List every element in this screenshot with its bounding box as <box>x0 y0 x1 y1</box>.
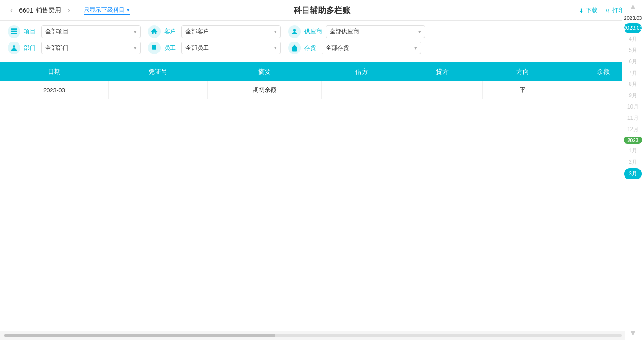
sidebar-item-3-active[interactable]: 3月 <box>624 168 642 179</box>
download-label: 下载 <box>586 6 597 14</box>
account-code-number: 6601 <box>19 7 33 14</box>
customer-icon <box>148 25 161 38</box>
sidebar-item-8[interactable]: 8月 <box>622 79 644 90</box>
inventory-arrow-icon: ▾ <box>414 45 417 51</box>
svg-rect-2 <box>11 33 17 34</box>
sidebar-item-2023-03-top[interactable]: 2023.03 <box>622 14 644 23</box>
filter-department: 部门 全部部门 ▾ <box>8 42 141 54</box>
sidebar-item-2023-03-selected[interactable]: 2023.03 <box>624 23 642 33</box>
scrollbar-thumb <box>4 334 275 337</box>
inventory-value: 全部存货 <box>326 44 349 52</box>
sidebar-item-12[interactable]: 12月 <box>622 124 644 135</box>
employee-label: 员工 <box>164 44 178 52</box>
year-badge-2023: 2023 <box>624 137 642 144</box>
prev-button[interactable]: ‹ <box>8 5 15 15</box>
filter-row-1: 项目 全部项目 ▾ 客户 全部客户 ▾ 供应 <box>8 25 636 38</box>
filter-area: 项目 全部项目 ▾ 客户 全部客户 ▾ 供应 <box>0 21 644 62</box>
department-label: 部门 <box>24 44 38 52</box>
filter-row-2: 部门 全部部门 ▾ 员工 全部员工 ▾ 存货 <box>8 42 636 54</box>
show-sub-label: 只显示下级科目 <box>84 6 125 14</box>
main-window: ‹ 6601 销售费用 › 只显示下级科目 ▾ 科目辅助多栏账 ⬇ 下载 🖨 打… <box>0 0 644 340</box>
sidebar-item-11[interactable]: 11月 <box>622 113 644 124</box>
show-sub-arrow-icon: ▾ <box>127 7 130 14</box>
cell-date: 2023-03 <box>0 81 108 99</box>
sidebar-item-9[interactable]: 9月 <box>622 90 644 101</box>
print-icon: 🖨 <box>605 7 611 14</box>
sidebar-item-10[interactable]: 10月 <box>622 101 644 113</box>
customer-select[interactable]: 全部客户 ▾ <box>181 25 281 38</box>
project-value: 全部项目 <box>45 28 69 36</box>
filter-inventory: 存货 全部存货 ▾ <box>288 42 421 54</box>
project-icon <box>8 25 20 38</box>
inventory-select[interactable]: 全部存货 ▾ <box>322 42 421 54</box>
data-table: 日期 凭证号 摘要 借方 贷方 方向 余额 2023-03 期初余额 <box>0 62 644 99</box>
cell-debit <box>322 81 402 99</box>
col-credit: 贷方 <box>402 62 483 81</box>
supplier-label: 供应商 <box>304 28 322 36</box>
department-arrow-icon: ▾ <box>134 45 137 51</box>
next-button[interactable]: › <box>65 5 72 15</box>
bottom-scrollbar[interactable] <box>0 331 625 340</box>
scrollbar-track <box>4 334 622 337</box>
sidebar-item-5[interactable]: 5月 <box>622 45 644 56</box>
department-select[interactable]: 全部部门 ▾ <box>41 42 141 54</box>
cell-summary: 期初余额 <box>208 81 322 99</box>
download-icon: ⬇ <box>579 7 584 14</box>
col-direction: 方向 <box>483 62 563 81</box>
customer-label: 客户 <box>164 28 178 36</box>
show-sub-button[interactable]: 只显示下级科目 ▾ <box>84 6 130 15</box>
project-label: 项目 <box>24 28 38 36</box>
employee-value: 全部员工 <box>185 44 209 52</box>
account-code-name: 销售费用 <box>36 6 61 14</box>
sidebar-down-arrow[interactable]: ▼ <box>627 326 639 340</box>
supplier-select[interactable]: 全部供应商 ▾ <box>326 25 425 38</box>
table-wrapper: 日期 凭证号 摘要 借方 贷方 方向 余额 2023-03 期初余额 <box>0 62 644 333</box>
supplier-icon <box>288 25 301 38</box>
customer-value: 全部客户 <box>185 28 209 36</box>
sidebar-up-arrow[interactable]: ▲ <box>627 0 639 14</box>
svg-rect-1 <box>11 31 17 32</box>
table-header: 日期 凭证号 摘要 借方 贷方 方向 余额 <box>0 62 644 81</box>
svg-rect-0 <box>11 28 17 30</box>
col-summary: 摘要 <box>208 62 322 81</box>
project-select[interactable]: 全部项目 ▾ <box>41 25 141 38</box>
svg-rect-5 <box>152 45 156 50</box>
sidebar-item-6[interactable]: 6月 <box>622 56 644 67</box>
filter-customer: 客户 全部客户 ▾ <box>148 25 281 38</box>
col-voucher: 凭证号 <box>108 62 208 81</box>
table-row: 2023-03 期初余额 平 <box>0 81 644 99</box>
employee-icon <box>148 42 161 54</box>
col-date: 日期 <box>0 62 108 81</box>
employee-arrow-icon: ▾ <box>274 45 277 51</box>
sidebar-item-4[interactable]: 4月 <box>622 33 644 45</box>
project-arrow-icon: ▾ <box>134 29 137 35</box>
sidebar-item-7[interactable]: 7月 <box>622 67 644 79</box>
filter-project: 项目 全部项目 ▾ <box>8 25 141 38</box>
content-wrapper: 日期 凭证号 摘要 借方 贷方 方向 余额 2023-03 期初余额 <box>0 62 644 333</box>
download-button[interactable]: ⬇ 下载 <box>579 6 597 14</box>
sidebar-item-2[interactable]: 2月 <box>622 156 644 168</box>
cell-voucher <box>108 81 208 99</box>
title-left: ‹ 6601 销售费用 › 只显示下级科目 ▾ <box>8 5 130 15</box>
col-debit: 借方 <box>322 62 402 81</box>
right-sidebar: ▲ 2023.03 2023.03 4月 5月 6月 7月 8月 9月 10月 … <box>622 0 644 340</box>
cell-credit <box>402 81 483 99</box>
employee-select[interactable]: 全部员工 ▾ <box>181 42 281 54</box>
customer-arrow-icon: ▾ <box>274 29 277 35</box>
sidebar-item-1[interactable]: 1月 <box>622 145 644 156</box>
svg-point-4 <box>13 45 15 48</box>
inventory-icon <box>288 42 301 54</box>
cell-direction: 平 <box>483 81 563 99</box>
inventory-label: 存货 <box>304 44 318 52</box>
page-title: 科目辅助多栏账 <box>294 5 350 16</box>
account-code: 6601 销售费用 <box>19 6 61 14</box>
table-body: 2023-03 期初余额 平 <box>0 81 644 99</box>
filter-employee: 员工 全部员工 ▾ <box>148 42 281 54</box>
title-bar: ‹ 6601 销售费用 › 只显示下级科目 ▾ 科目辅助多栏账 ⬇ 下载 🖨 打… <box>0 0 644 21</box>
filter-supplier: 供应商 全部供应商 ▾ <box>288 25 425 38</box>
supplier-value: 全部供应商 <box>330 28 359 36</box>
supplier-arrow-icon: ▾ <box>418 29 421 35</box>
department-icon <box>8 42 20 54</box>
department-value: 全部部门 <box>45 44 69 52</box>
svg-point-3 <box>293 29 296 32</box>
